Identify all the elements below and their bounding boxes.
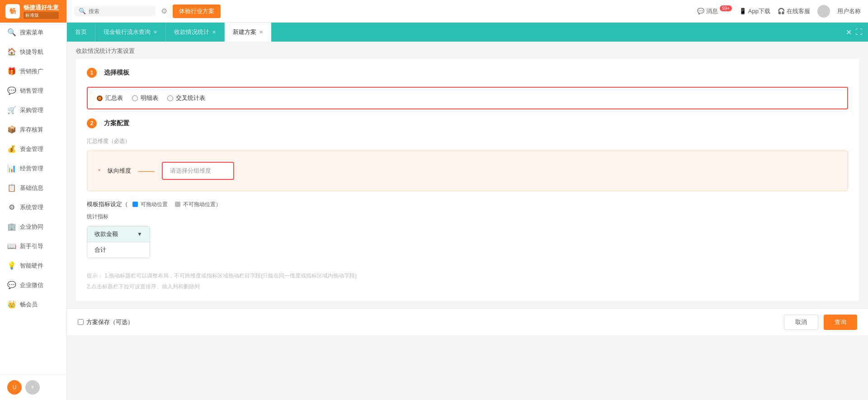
- clipboard-icon: 📋: [7, 184, 16, 192]
- tab-window-close-icon[interactable]: ✕: [846, 28, 852, 37]
- tab-new-plan-label: 新建方案: [233, 28, 256, 36]
- stat-table: 收款金额 ▼ 合计: [87, 226, 150, 258]
- sidebar-item-sales[interactable]: 💬 销售管理: [0, 81, 66, 100]
- sidebar-avatar[interactable]: U: [7, 380, 22, 395]
- sidebar-item-marketing[interactable]: 🎁 营销推广: [0, 61, 66, 81]
- save-checkbox[interactable]: [78, 319, 84, 325]
- draggable-toggle: 可拖动位置: [132, 201, 168, 208]
- download-icon: 📱: [739, 8, 746, 14]
- tab-collection-stats-label: 收款情况统计: [174, 28, 209, 36]
- step1-header: 1 选择模板: [87, 68, 848, 78]
- tab-window-expand-icon[interactable]: ⛶: [855, 28, 863, 36]
- toggle-group: 可拖动位置 不可拖动位置）: [132, 201, 221, 208]
- sidebar-item-basic-info[interactable]: 📋 基础信息: [0, 178, 66, 198]
- summary-dim-subtitle: 汇总维度（必选）: [87, 137, 848, 145]
- tab-home[interactable]: 首页: [67, 23, 95, 42]
- tab-bank-flow[interactable]: 现金银行流水查询 ✕: [95, 23, 166, 42]
- step2-label: 方案配置: [104, 119, 129, 127]
- sidebar-item-purchase[interactable]: 🛒 采购管理: [0, 100, 66, 120]
- radio-detail-input[interactable]: [132, 95, 138, 101]
- settings-icon[interactable]: ⚙: [161, 7, 167, 15]
- sidebar-item-system[interactable]: ⚙ 系统管理: [0, 198, 66, 217]
- radio-detail-label: 明细表: [141, 94, 158, 102]
- sidebar-logo: 畅 畅捷通好生意 标准版: [0, 0, 66, 23]
- search-box[interactable]: 🔍: [74, 6, 156, 16]
- cart-icon: 🛒: [7, 106, 16, 114]
- content-area: 收款情况统计方案设置 1 选择模板 汇总表 明细表: [67, 42, 868, 400]
- radio-summary-label: 汇总表: [105, 94, 123, 102]
- sales-icon: 💬: [7, 86, 16, 95]
- radio-cross-input[interactable]: [167, 95, 173, 101]
- radio-summary-input[interactable]: [97, 95, 103, 101]
- sidebar-item-quick-nav[interactable]: 🏠 快捷导航: [0, 42, 66, 61]
- sidebar-bottom-icon2[interactable]: +: [25, 380, 40, 395]
- bottom-actions: 取消 查询: [784, 315, 857, 330]
- download-item[interactable]: 📱 App下载: [739, 7, 770, 15]
- tab-bank-flow-close[interactable]: ✕: [153, 29, 157, 35]
- service-item[interactable]: 🎧 在线客服: [778, 7, 810, 15]
- radio-summary[interactable]: 汇总表: [97, 94, 123, 102]
- tip-1: 提示： 1.拖动标题栏可以调整布局，不可跨维度或指标区域拖动栏目字段(只能在同一…: [87, 270, 848, 281]
- sidebar-item-operations[interactable]: 📊 经营管理: [0, 159, 66, 178]
- vertical-dim-required: *: [98, 168, 100, 174]
- sidebar-item-label: 企业协同: [20, 223, 43, 231]
- message-item[interactable]: 💬 消息 99+: [697, 7, 732, 15]
- logo-badge: 标准版: [24, 12, 59, 19]
- tab-bank-flow-label: 现金银行流水查询: [104, 28, 151, 36]
- page-title: 收款情况统计方案设置: [67, 42, 868, 59]
- message-label: 消息: [706, 7, 718, 15]
- tab-collection-stats-close[interactable]: ✕: [212, 29, 216, 35]
- tab-new-plan[interactable]: 新建方案 ✕: [225, 23, 271, 42]
- non-draggable-label: 不可拖动位置）: [183, 201, 221, 208]
- sidebar-item-search-menu[interactable]: 🔍 搜索菜单: [0, 23, 66, 42]
- radio-cross-label: 交叉统计表: [176, 94, 205, 102]
- sidebar-item-finance[interactable]: 💰 资金管理: [0, 139, 66, 159]
- sidebar-item-wechat[interactable]: 💬 企业微信: [0, 275, 66, 295]
- indicator-label-text: 模板指标设定（: [87, 200, 128, 208]
- radio-cross[interactable]: 交叉统计表: [167, 94, 205, 102]
- sidebar-item-inventory[interactable]: 📦 库存核算: [0, 120, 66, 139]
- step1-num: 1: [87, 68, 97, 78]
- search-input[interactable]: [89, 8, 151, 14]
- dim-arrow: ——: [138, 166, 155, 176]
- save-checkbox-text: 方案保存（可选）: [86, 318, 133, 326]
- radio-group: 汇总表 明细表 交叉统计表: [97, 94, 205, 102]
- stat-dropdown-arrow[interactable]: ▼: [137, 231, 142, 237]
- home-icon: 🏠: [7, 47, 16, 56]
- config-section: 汇总维度（必选） * 纵向维度 —— 请选择分组维度 模板指标设: [87, 137, 848, 292]
- sidebar-item-member[interactable]: 👑 畅会员: [0, 295, 66, 314]
- industry-plan-button[interactable]: 体验行业方案: [173, 5, 221, 18]
- user-avatar[interactable]: [817, 5, 830, 18]
- main-area: 🔍 ⚙ 体验行业方案 💬 消息 99+ 📱 App下载 🎧 在线客服 用户名称: [67, 0, 868, 400]
- group-dim-select[interactable]: 请选择分组维度: [162, 162, 234, 180]
- sidebar-item-label: 销售管理: [20, 87, 43, 95]
- download-label: App下载: [748, 7, 770, 15]
- bottom-bar: 方案保存（可选） 取消 查询: [67, 308, 868, 335]
- cancel-button[interactable]: 取消: [784, 315, 818, 330]
- draggable-label: 可拖动位置: [141, 201, 168, 208]
- indicator-label-row: 模板指标设定（ 可拖动位置 不可拖动位置）: [87, 200, 848, 208]
- sidebar-item-label: 搜索菜单: [20, 28, 43, 37]
- radio-detail[interactable]: 明细表: [132, 94, 158, 102]
- save-checkbox-label[interactable]: 方案保存（可选）: [78, 318, 133, 326]
- sidebar-item-label: 智能硬件: [20, 262, 43, 270]
- step2-header: 2 方案配置: [87, 118, 848, 128]
- draggable-dot: [132, 202, 138, 207]
- tip-2: 2.点击标题栏下拉可设置排序、插入列和删除列: [87, 281, 848, 292]
- stat-table-row: 合计: [87, 242, 150, 258]
- dim-select-placeholder: 请选择分组维度: [170, 167, 211, 175]
- stat-table-header[interactable]: 收款金额 ▼: [87, 226, 150, 242]
- sidebar-item-label: 采购管理: [20, 106, 43, 114]
- sidebar-item-newbie[interactable]: 📖 新手引导: [0, 236, 66, 256]
- sidebar: 畅 畅捷通好生意 标准版 🔍 搜索菜单 🏠 快捷导航 🎁 营销推广 💬 销售管理…: [0, 0, 67, 400]
- query-button[interactable]: 查询: [824, 315, 857, 330]
- step2-num: 2: [87, 118, 97, 128]
- tab-new-plan-close[interactable]: ✕: [259, 29, 263, 35]
- form-card: 1 选择模板 汇总表 明细表 交叉统计表: [76, 59, 859, 301]
- tabbar: 首页 现金银行流水查询 ✕ 收款情况统计 ✕ 新建方案 ✕ ✕ ⛶: [67, 23, 868, 42]
- template-section: 汇总表 明细表 交叉统计表: [87, 87, 848, 109]
- tab-collection-stats[interactable]: 收款情况统计 ✕: [166, 23, 225, 42]
- sidebar-item-smart-hw[interactable]: 💡 智能硬件: [0, 256, 66, 275]
- sidebar-item-enterprise[interactable]: 🏢 企业协同: [0, 217, 66, 236]
- search-menu-icon: 🔍: [7, 28, 16, 37]
